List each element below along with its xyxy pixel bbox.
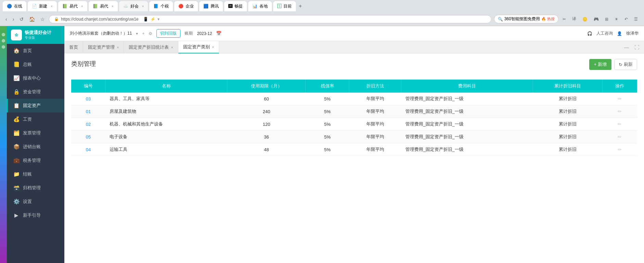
archive-icon: 🗃️ — [13, 185, 20, 191]
browser-tab-changte[interactable]: 🅼 畅提 — [224, 1, 247, 11]
edit-icon[interactable]: ✏ — [618, 134, 622, 140]
content-area: 类别管理 + 新增 ↻ 刷新 编号 名称 使用期限（月 — [64, 53, 644, 162]
dropdown-icon[interactable]: ▾ — [157, 17, 160, 22]
app-tab-close-depreciation[interactable]: × — [171, 45, 173, 49]
sidebar-item-tax[interactable]: 💼 税务管理 — [7, 154, 64, 167]
cell-action[interactable]: ✏ — [603, 93, 637, 105]
sidebar-item-fixed-assets[interactable]: 📋 固定资产 — [7, 99, 64, 112]
menu-button[interactable]: ☰ — [632, 16, 640, 22]
game-button[interactable]: 🎮 — [592, 16, 601, 22]
cell-accumulated: 累计折旧 — [533, 105, 603, 118]
cell-period: 36 — [227, 131, 306, 143]
edit-icon[interactable]: ✏ — [618, 121, 622, 127]
app-tab-depreciation-table[interactable]: 固定资产折旧统计表 × — [124, 41, 178, 53]
cut-button[interactable]: ✂ — [560, 16, 568, 22]
cell-period: 60 — [227, 93, 306, 105]
search-text: 360智能抠图免费用 — [504, 16, 540, 22]
browser-tab-muqian[interactable]: 🅂 目前 — [273, 1, 296, 11]
app-tab-asset-category[interactable]: 固定资产类别 × — [178, 41, 219, 53]
gear-icon[interactable]: ⚙ — [149, 31, 152, 36]
sidebar-item-guide[interactable]: ▶ 新手引导 — [7, 208, 64, 222]
page-title: 类别管理 — [71, 60, 96, 68]
browser-tab-yidai1[interactable]: 📗 易代 × — [58, 1, 87, 11]
dropdown-arrow-icon[interactable]: ▾ — [136, 31, 138, 36]
home-button[interactable]: 🏠 — [28, 15, 36, 23]
app-tab-home[interactable]: 首页 — [64, 41, 83, 53]
sidebar-item-closing[interactable]: 📁 结账 — [7, 167, 64, 181]
browser-tab-tencent[interactable]: 🟦 腾讯 — [199, 1, 223, 11]
minimize-tab-button[interactable]: — — [622, 44, 631, 51]
sidebar-item-invoice[interactable]: 🗂️ 发票管理 — [7, 126, 64, 140]
url-bar[interactable]: 🔒 https://cloud.chanjet.com/accounting/u… — [49, 15, 491, 23]
new-tab-button[interactable]: + — [297, 3, 303, 9]
refresh-icon: ↻ — [619, 62, 622, 67]
app-tab-fixed-asset-mgmt[interactable]: 固定资产管理 × — [83, 41, 124, 53]
bookmark-button[interactable]: ☆ — [39, 15, 46, 23]
cell-name: 机器、机械和其他生产设备 — [105, 118, 227, 131]
calendar-icon[interactable]: 📅 — [216, 31, 222, 36]
browser-tab-haohui[interactable]: ☁️ 好会 × — [119, 1, 148, 11]
consult-label[interactable]: 人工咨询 — [596, 31, 613, 36]
tab-icon: 🔴 — [178, 4, 184, 9]
cell-action[interactable]: ✏ — [603, 131, 637, 143]
browser-tab-online[interactable]: 🔵 在线 — [3, 1, 26, 11]
logo-icon: 会 — [11, 29, 22, 40]
browser-tab-geshui[interactable]: 📘 个税 — [149, 1, 173, 11]
sidebar-item-finance[interactable]: 🔒 资金管理 — [7, 85, 64, 99]
col-name: 名称 — [105, 80, 227, 93]
sidebar-label-invoice: 发票管理 — [23, 130, 41, 136]
browser-tab-gedi[interactable]: 📊 各地 — [248, 1, 272, 11]
sidebar-item-ledger[interactable]: 📒 总账 — [7, 58, 64, 71]
browser-tab-yidai2[interactable]: 📗 易代 × — [89, 1, 118, 11]
cell-code[interactable]: 05 — [71, 131, 105, 143]
cell-code[interactable]: 04 — [71, 143, 105, 156]
sidebar-item-settings[interactable]: ⚙️ 设置 — [7, 195, 64, 208]
cell-action[interactable]: ✏ — [603, 118, 637, 131]
undo-button[interactable]: ↶ — [622, 16, 630, 22]
table-row: 02 机器、机械和其他生产设备 120 5% 年限平均 管理费用_固定资产折旧_… — [71, 118, 637, 131]
browser-tab-qiye[interactable]: 🔴 企业 — [174, 1, 198, 11]
reload-button[interactable]: ↺ — [18, 15, 25, 23]
grid-button[interactable]: ⊞ — [603, 16, 610, 22]
coin-button[interactable]: 🪙 — [580, 16, 590, 22]
brightness-button[interactable]: ☀ — [613, 16, 620, 22]
sidebar-item-archive[interactable]: 🗃️ 归档管理 — [7, 181, 64, 195]
cell-action[interactable]: ✏ — [603, 105, 637, 118]
tab-icon: 🅂 — [277, 4, 281, 9]
cell-expense: 管理费用_固定资产折旧_一级 — [401, 118, 533, 131]
browser-tab-new[interactable]: 📄 新建 × — [28, 1, 57, 11]
tab-close-icon[interactable]: × — [51, 4, 53, 8]
cell-code[interactable]: 02 — [71, 118, 105, 131]
edit-icon[interactable]: ✏ — [618, 109, 622, 114]
table-header-row: 编号 名称 使用期限（月） 残值率 折旧方法 费用科目 累计折旧科目 操作 — [71, 80, 637, 93]
edit-icon[interactable]: ✏ — [618, 147, 622, 152]
sidebar-label-payroll: 工资 — [23, 116, 32, 122]
cell-action[interactable]: ✏ — [603, 143, 637, 156]
fixed-assets-icon: 📋 — [13, 103, 20, 109]
refresh-button[interactable]: ↻ 刷新 — [614, 59, 637, 70]
sidebar-item-reports[interactable]: 📈 报表中心 — [7, 71, 64, 85]
translate-button[interactable]: 译 — [570, 15, 578, 23]
sidebar-item-purchase-sales[interactable]: 📦 进销台账 — [7, 140, 64, 154]
sidebar-item-home[interactable]: 🏠 首页 — [7, 44, 64, 58]
forward-button[interactable]: › — [11, 15, 16, 23]
add-button[interactable]: + 新增 — [589, 59, 611, 70]
search-box[interactable]: 🔍 360智能抠图免费用 🔥 热搜 — [494, 15, 558, 23]
cell-code[interactable]: 03 — [71, 93, 105, 105]
maximize-tab-button[interactable]: ⛶ — [632, 44, 641, 51]
tab-icon: 🅼 — [228, 4, 232, 9]
app-tab-close-fixed-asset[interactable]: × — [117, 45, 119, 49]
tab-close-icon[interactable]: × — [81, 4, 83, 8]
tab-close-icon[interactable]: × — [142, 4, 144, 8]
tab-icon: 🔵 — [7, 4, 12, 9]
sidebar-item-payroll[interactable]: 💰 工资 — [7, 112, 64, 126]
switch-to-old-button[interactable]: 切到旧版 — [156, 29, 180, 38]
app-tab-close-asset-category[interactable]: × — [212, 45, 214, 49]
tab-bar-controls: — ⛶ — [622, 44, 644, 51]
headset-icon: 🎧 — [587, 31, 592, 36]
tab-close-icon[interactable]: × — [112, 4, 114, 8]
edit-icon[interactable]: ✏ — [618, 96, 622, 101]
cell-code[interactable]: 01 — [71, 105, 105, 118]
plus-icon[interactable]: + — [142, 31, 144, 36]
back-button[interactable]: ‹ — [4, 15, 9, 23]
